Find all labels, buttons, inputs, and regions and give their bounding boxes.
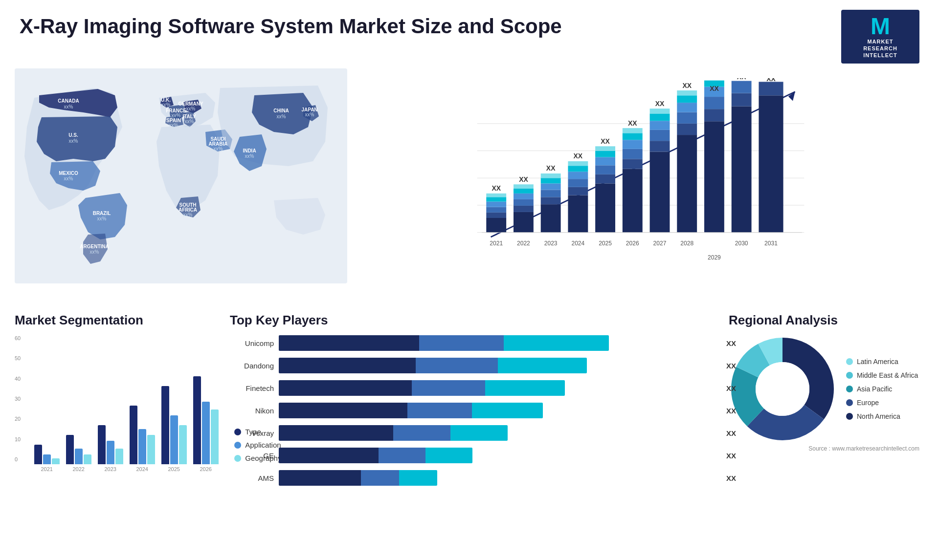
svg-rect-93	[650, 108, 670, 113]
bar-chart-svg: XX 2021 XX 2022 XX 2023	[367, 78, 915, 269]
svg-rect-56	[541, 204, 561, 233]
svg-text:xx%: xx%	[186, 106, 196, 111]
svg-rect-51	[514, 194, 534, 199]
top-section: CANADA xx% U.S. xx% MEXICO xx% BRAZIL xx…	[15, 68, 924, 303]
svg-text:2025: 2025	[599, 240, 612, 247]
seg-year-2023: 2023	[96, 347, 124, 472]
svg-rect-52	[514, 189, 534, 194]
svg-rect-66	[568, 179, 588, 187]
legend-europe-dot	[846, 399, 853, 406]
svg-rect-44	[486, 197, 506, 201]
svg-text:XX: XX	[492, 184, 501, 192]
player-name: AMS	[230, 474, 274, 482]
svg-rect-59	[541, 183, 561, 190]
svg-rect-106	[704, 97, 724, 109]
player-unicomp: Unicomp XX	[230, 335, 719, 351]
player-name: Finetech	[230, 384, 274, 392]
svg-rect-42	[486, 207, 506, 213]
svg-rect-61	[541, 173, 561, 178]
svg-rect-83	[623, 140, 643, 149]
svg-text:ARGENTINA: ARGENTINA	[80, 244, 109, 249]
player-bar: XX	[279, 403, 719, 418]
svg-rect-58	[541, 190, 561, 197]
player-name: Unicomp	[230, 339, 274, 347]
donut-svg	[729, 335, 836, 443]
player-dandong: Dandong XX	[230, 358, 719, 373]
segmentation-title: Market Segmentation	[15, 313, 220, 328]
svg-text:BRAZIL: BRAZIL	[93, 211, 111, 216]
svg-text:XX: XX	[628, 119, 637, 127]
svg-text:xx%: xx%	[183, 212, 193, 217]
svg-text:xx%: xx%	[169, 123, 179, 128]
main-content: CANADA xx% U.S. xx% MEXICO xx% BRAZIL xx…	[0, 68, 939, 547]
svg-rect-60	[541, 178, 561, 183]
svg-rect-40	[486, 218, 506, 233]
svg-rect-73	[595, 174, 615, 184]
player-nikon: Nikon XX	[230, 403, 719, 418]
svg-text:MEXICO: MEXICO	[59, 171, 78, 176]
svg-rect-92	[650, 113, 670, 121]
svg-rect-88	[650, 151, 670, 232]
segmentation: Market Segmentation 60 50 40 30 20 10 0	[15, 313, 220, 547]
svg-point-126	[756, 362, 809, 416]
page-title: X-Ray Imaging Software System Market Siz…	[20, 10, 562, 38]
legend-europe: Europe	[846, 399, 918, 407]
svg-rect-101	[677, 90, 697, 95]
header: X-Ray Imaging Software System Market Siz…	[0, 0, 939, 68]
svg-text:2029: 2029	[708, 254, 721, 261]
player-bar: XX	[279, 470, 719, 486]
svg-text:2022: 2022	[517, 240, 530, 247]
player-vcxray: Vcxray XX	[230, 425, 719, 441]
svg-text:CHINA: CHINA	[273, 108, 289, 113]
logo-letter: M	[871, 15, 890, 38]
legend-asia-pacific: Asia Pacific	[846, 385, 918, 393]
svg-rect-76	[595, 151, 615, 157]
svg-rect-67	[568, 172, 588, 179]
seg-bar-type-2021	[34, 445, 42, 464]
svg-rect-69	[568, 161, 588, 166]
svg-text:U.S.: U.S.	[68, 132, 78, 138]
svg-text:xx%: xx%	[161, 102, 171, 108]
svg-text:xx%: xx%	[245, 153, 254, 159]
svg-text:2026: 2026	[626, 240, 639, 247]
svg-text:XX: XX	[546, 164, 556, 172]
player-finetech: Finetech XX	[230, 380, 719, 396]
svg-text:XX: XX	[737, 78, 746, 81]
svg-text:xx%: xx%	[64, 176, 73, 181]
svg-text:2027: 2027	[653, 240, 667, 247]
svg-rect-90	[650, 130, 670, 141]
seg-year-2021: 2021	[33, 347, 61, 472]
svg-text:CANADA: CANADA	[58, 98, 79, 104]
player-name: Vcxray	[230, 429, 274, 437]
player-ams: AMS XX	[230, 470, 719, 486]
svg-rect-81	[623, 159, 643, 169]
svg-rect-84	[623, 133, 643, 140]
seg-bar-geo-2021	[52, 458, 60, 464]
seg-chart: 60 50 40 30 20 10 0	[15, 335, 220, 472]
svg-rect-85	[623, 128, 643, 133]
legend-mea: Middle East & Africa	[846, 371, 918, 379]
svg-rect-111	[732, 107, 752, 233]
legend-latin-dot	[846, 358, 853, 365]
svg-rect-57	[541, 197, 561, 204]
svg-rect-65	[568, 187, 588, 195]
svg-rect-68	[568, 166, 588, 172]
seg-year-2022: 2022	[65, 347, 92, 472]
svg-rect-41	[486, 213, 506, 218]
svg-rect-100	[677, 95, 697, 103]
svg-rect-98	[677, 112, 697, 124]
svg-text:xx%: xx%	[185, 119, 194, 124]
player-ge: GE XX	[230, 448, 719, 463]
donut-chart-area: Latin America Middle East & Africa Asia …	[729, 335, 924, 443]
svg-rect-97	[677, 124, 697, 135]
world-map: CANADA xx% U.S. xx% MEXICO xx% BRAZIL xx…	[15, 68, 347, 293]
logo: M MARKET RESEARCH INTELLECT	[841, 10, 919, 64]
legend-apac-dot	[846, 386, 853, 392]
svg-rect-64	[568, 195, 588, 233]
svg-rect-53	[514, 184, 534, 188]
key-players: Top Key Players Unicomp XX Dandong	[230, 313, 719, 547]
regional-legend: Latin America Middle East & Africa Asia …	[846, 358, 918, 420]
seg-bar-groups: 2021 2022	[33, 345, 220, 472]
svg-rect-112	[732, 93, 752, 107]
svg-rect-75	[595, 157, 615, 166]
